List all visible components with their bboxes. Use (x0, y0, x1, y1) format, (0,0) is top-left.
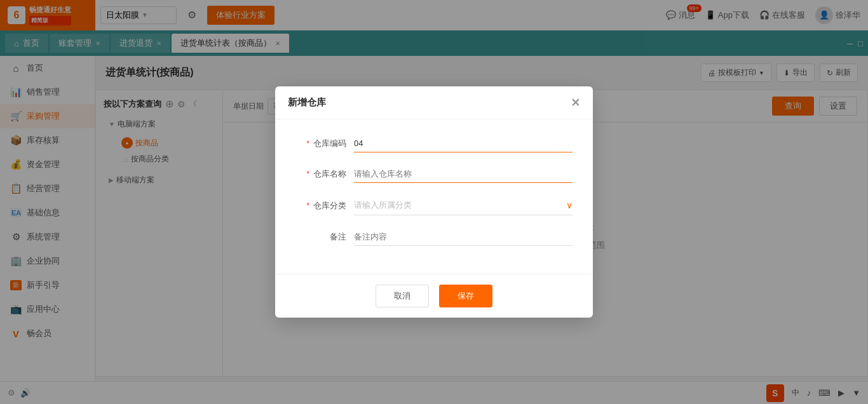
category-field-row: 仓库分类 请输入所属分类 ∨ (295, 196, 573, 215)
modal-close-button[interactable]: ✕ (571, 97, 580, 109)
cancel-button[interactable]: 取消 (376, 285, 429, 307)
modal-body: 仓库编码 仓库名称 仓库分类 请输入所属分类 ∨ (275, 119, 593, 274)
modal-title: 新增仓库 (288, 97, 326, 109)
chevron-down-icon: ∨ (566, 200, 573, 210)
category-select[interactable]: 请输入所属分类 ∨ (354, 196, 573, 215)
name-input[interactable] (354, 165, 573, 183)
code-field-row: 仓库编码 (295, 135, 573, 152)
name-label: 仓库名称 (295, 168, 346, 180)
modal-footer: 取消 保存 (275, 274, 593, 318)
category-label: 仓库分类 (295, 200, 346, 212)
note-label: 备注 (295, 231, 346, 243)
category-placeholder: 请输入所属分类 (354, 199, 412, 211)
note-input[interactable] (354, 228, 573, 246)
code-label: 仓库编码 (295, 138, 346, 149)
code-input[interactable] (354, 135, 573, 152)
new-warehouse-modal: 新增仓库 ✕ 仓库编码 仓库名称 仓库分类 (275, 86, 593, 318)
save-button[interactable]: 保存 (439, 285, 492, 307)
name-field-row: 仓库名称 (295, 165, 573, 183)
modal-header: 新增仓库 ✕ (275, 86, 593, 119)
modal-overlay: 新增仓库 ✕ 仓库编码 仓库名称 仓库分类 (0, 0, 868, 404)
note-field-row: 备注 (295, 228, 573, 246)
